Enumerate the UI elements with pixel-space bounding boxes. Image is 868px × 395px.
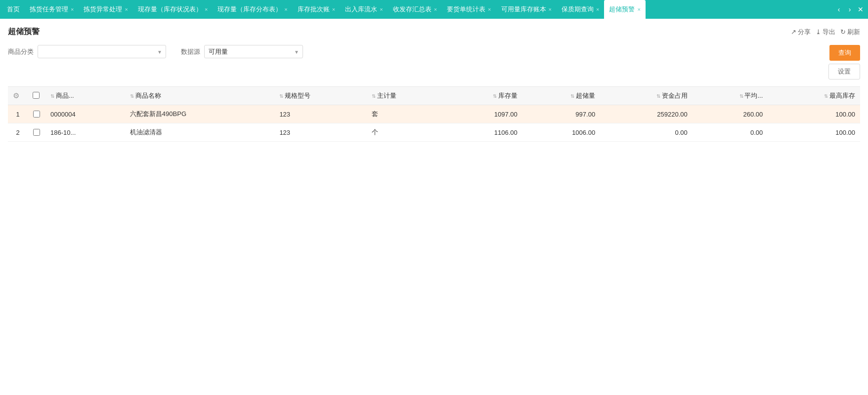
select-all-checkbox[interactable]: [33, 92, 40, 99]
close-shelf-life[interactable]: ×: [596, 6, 599, 12]
nav-pick-exception[interactable]: 拣货异常处理 ×: [79, 0, 132, 19]
sort-icon-product-code: ⇅: [50, 93, 56, 99]
row-index: 2: [8, 123, 28, 142]
datasource-filter-label: 数据源: [181, 47, 200, 56]
nav-pick-task-label: 拣货任务管理: [30, 5, 68, 14]
row-spec: 123: [274, 105, 367, 123]
nav-available-stock-label: 可用量库存账本: [501, 5, 546, 14]
row-checkbox-0[interactable]: [33, 111, 40, 118]
close-pick-exception[interactable]: ×: [125, 6, 128, 12]
nav-collect-summary[interactable]: 收发存汇总表 ×: [388, 0, 442, 19]
export-button[interactable]: ⤓ 导出: [816, 28, 835, 37]
refresh-icon: ↻: [840, 28, 846, 36]
share-button[interactable]: ↗ 分享: [791, 28, 811, 37]
col-header-product-code[interactable]: ⇅ 商品...: [45, 87, 125, 105]
close-inout-flow[interactable]: ×: [380, 6, 383, 12]
row-stock: 1097.00: [444, 105, 522, 123]
category-filter-group: 商品分类: [8, 45, 166, 58]
nav-batch-account-label: 库存批次账: [298, 5, 330, 14]
page-actions: ↗ 分享 ⤓ 导出 ↻ 刷新: [791, 28, 860, 37]
row-stock: 1106.00: [444, 123, 522, 142]
page-title-row: 超储预警 ↗ 分享 ⤓ 导出 ↻ 刷新: [8, 27, 860, 37]
row-overstock: 997.00: [522, 105, 600, 123]
close-collect-summary[interactable]: ×: [434, 6, 437, 12]
row-checkbox-cell: [28, 105, 45, 123]
sort-icon-stock: ⇅: [493, 93, 498, 99]
nav-inout-flow[interactable]: 出入库流水 ×: [340, 0, 388, 19]
share-icon: ↗: [791, 28, 796, 36]
col-header-overstock[interactable]: ⇅ 超储量: [522, 87, 600, 105]
nav-overstock-label: 超储预警: [609, 5, 635, 14]
row-avg: 0.00: [693, 123, 768, 142]
category-select[interactable]: [38, 45, 166, 58]
row-unit: 套: [367, 105, 444, 123]
nav-home[interactable]: 首页: [2, 0, 25, 19]
row-capital: 259220.00: [600, 105, 693, 123]
col-header-avg[interactable]: ⇅ 平均...: [693, 87, 768, 105]
col-header-check: [28, 87, 45, 105]
export-label: 导出: [823, 28, 835, 37]
col-header-gear: ⚙: [8, 87, 28, 105]
nav-prev-button[interactable]: ‹: [833, 0, 844, 19]
nav-pick-task[interactable]: 拣货任务管理 ×: [25, 0, 79, 19]
nav-stock-status[interactable]: 现存量（库存状况表） ×: [133, 0, 213, 19]
datasource-filter-group: 数据源 可用量 库存量: [181, 45, 303, 58]
nav-demand-stat[interactable]: 要货单统计表 ×: [442, 0, 496, 19]
nav-close-button[interactable]: ✕: [855, 0, 866, 19]
close-overstock[interactable]: ×: [637, 6, 640, 12]
row-capital: 0.00: [600, 123, 693, 142]
sort-icon-unit: ⇅: [372, 93, 377, 99]
nav-overstock[interactable]: 超储预警 ×: [604, 0, 645, 19]
nav-stock-dist-label: 现存量（库存分布表）: [217, 5, 282, 14]
settings-button[interactable]: 设置: [828, 64, 860, 79]
nav-stock-status-label: 现存量（库存状况表）: [138, 5, 202, 14]
refresh-button[interactable]: ↻ 刷新: [840, 28, 860, 37]
nav-available-stock[interactable]: 可用量库存账本 ×: [496, 0, 557, 19]
nav-stock-dist[interactable]: 现存量（库存分布表） ×: [213, 0, 292, 19]
nav-shelf-life[interactable]: 保质期查询 ×: [557, 0, 604, 19]
close-stock-dist[interactable]: ×: [284, 6, 287, 12]
close-demand-stat[interactable]: ×: [488, 6, 491, 12]
col-header-max-stock[interactable]: ⇅ 最高库存: [768, 87, 860, 105]
topbar: 首页 拣货任务管理 × 拣货异常处理 × 现存量（库存状况表） × 现存量（库存…: [0, 0, 868, 19]
row-unit: 个: [367, 123, 444, 142]
sort-icon-max-stock: ⇅: [824, 93, 829, 99]
nav-pick-exception-label: 拣货异常处理: [84, 5, 122, 14]
col-header-unit[interactable]: ⇅ 主计量: [367, 87, 444, 105]
row-product-name: 机油滤清器: [125, 123, 275, 142]
category-select-wrapper: [38, 45, 166, 58]
table-body: 1 0000004 六配套新昌490BPG 123 套 1097.00 997.…: [8, 105, 860, 142]
row-index: 1: [8, 105, 28, 123]
col-header-stock[interactable]: ⇅ 库存量: [444, 87, 522, 105]
nav-shelf-life-label: 保质期查询: [562, 5, 594, 14]
query-button[interactable]: 查询: [829, 45, 860, 61]
col-header-product-name[interactable]: ⇅ 商品名称: [125, 87, 275, 105]
col-header-spec[interactable]: ⇅ 规格型号: [274, 87, 367, 105]
nav-next-button[interactable]: ›: [844, 0, 855, 19]
close-available-stock[interactable]: ×: [549, 6, 552, 12]
sort-icon-spec: ⇅: [279, 93, 285, 99]
sort-icon-overstock: ⇅: [570, 93, 576, 99]
table-row: 2 186-10... 机油滤清器 123 个 1106.00 1006.00 …: [8, 123, 860, 142]
row-overstock: 1006.00: [522, 123, 600, 142]
sort-icon-product-name: ⇅: [130, 93, 135, 99]
close-stock-status[interactable]: ×: [205, 6, 208, 12]
nav-inout-flow-label: 出入库流水: [345, 5, 377, 14]
sort-icon-capital: ⇅: [656, 93, 662, 99]
table-header: ⚙ ⇅ 商品... ⇅ 商品名称 ⇅ 规格型号 ⇅: [8, 87, 860, 105]
row-avg: 260.00: [693, 105, 768, 123]
row-checkbox-1[interactable]: [33, 129, 40, 136]
settings-gear-icon[interactable]: ⚙: [13, 91, 19, 100]
page-content: 超储预警 ↗ 分享 ⤓ 导出 ↻ 刷新 商品分类: [0, 19, 868, 395]
nav-demand-stat-label: 要货单统计表: [447, 5, 485, 14]
table-row: 1 0000004 六配套新昌490BPG 123 套 1097.00 997.…: [8, 105, 860, 123]
nav-batch-account[interactable]: 库存批次账 ×: [293, 0, 340, 19]
close-batch-account[interactable]: ×: [332, 6, 335, 12]
data-table: ⚙ ⇅ 商品... ⇅ 商品名称 ⇅ 规格型号 ⇅: [8, 86, 860, 142]
close-pick-task[interactable]: ×: [71, 6, 74, 12]
nav-collect-summary-label: 收发存汇总表: [393, 5, 432, 14]
col-header-capital[interactable]: ⇅ 资金占用: [600, 87, 693, 105]
sort-icon-avg: ⇅: [739, 93, 745, 99]
row-product-code: 186-10...: [45, 123, 125, 142]
datasource-select[interactable]: 可用量 库存量: [204, 45, 303, 58]
